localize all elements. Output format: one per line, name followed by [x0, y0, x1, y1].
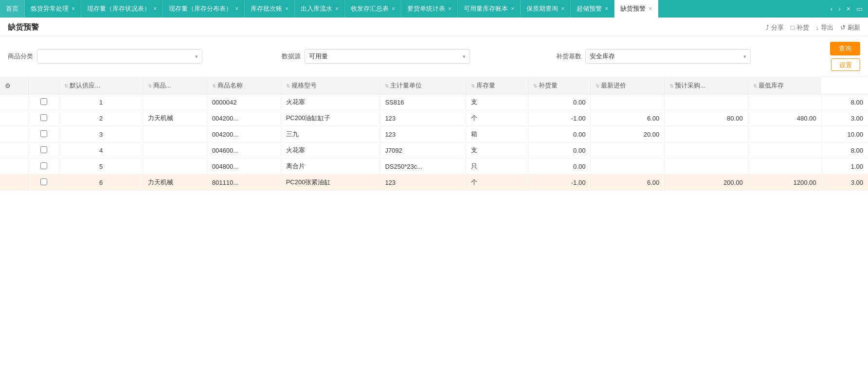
- share-button[interactable]: ⤴ 分享: [766, 23, 784, 32]
- product-category-filter: 商品分类 ▾: [8, 49, 270, 64]
- row-product_name: 离合片: [281, 158, 380, 175]
- row-unit: 个: [466, 175, 528, 191]
- tab-item-9[interactable]: 保质期查询 ×: [521, 0, 571, 18]
- col-header-min_stock[interactable]: ⇅最低库存: [748, 77, 821, 94]
- row-replenish_qty: 6.00: [591, 110, 665, 126]
- replenish-base-filter: 补货基数 安全库存 ▾: [556, 49, 818, 64]
- col-header-stock[interactable]: ⇅库存量: [466, 77, 528, 94]
- sort-icon: ⇅: [64, 83, 68, 88]
- row-number: 2: [59, 110, 143, 126]
- row-checkbox[interactable]: [40, 98, 47, 105]
- sort-icon: ⇅: [385, 83, 389, 88]
- row-estimated_purchase: 1200.00: [748, 175, 821, 191]
- row-checkbox[interactable]: [40, 162, 47, 169]
- tab-close-icon-1[interactable]: ×: [72, 5, 75, 12]
- row-estimated_purchase: 480.00: [748, 110, 821, 126]
- tab-close-icon-7[interactable]: ×: [448, 5, 452, 12]
- tab-next-button[interactable]: ›: [836, 4, 843, 14]
- tab-item-2[interactable]: 现存量（库存状况表） ×: [81, 0, 163, 18]
- product-category-select[interactable]: ▾: [37, 49, 202, 64]
- tab-item-6[interactable]: 收发存汇总表 ×: [345, 0, 401, 18]
- row-checkbox[interactable]: [40, 146, 47, 153]
- share-icon: ⤴: [766, 24, 769, 31]
- refresh-button[interactable]: ↺ 刷新: [840, 23, 860, 32]
- row-product_code: 0000042: [207, 94, 281, 110]
- col-header-estimated_purchase[interactable]: ⇅预计采购...: [665, 77, 748, 94]
- row-number: 4: [59, 142, 143, 158]
- row-stock: -1.00: [528, 175, 591, 191]
- row-estimated_purchase: [748, 94, 821, 110]
- replenish-button[interactable]: □ 补货: [791, 23, 809, 32]
- sort-icon: ⇅: [148, 83, 152, 88]
- tab-item-0[interactable]: 首页: [0, 0, 25, 18]
- col-header-product_code[interactable]: ⇅商品...: [143, 77, 207, 94]
- row-latest_price: 200.00: [665, 175, 748, 191]
- export-button[interactable]: ↓ 导出: [816, 23, 834, 32]
- row-default_supplier: 力天机械: [143, 110, 207, 126]
- row-checkbox-cell: [29, 126, 59, 142]
- row-min_stock: 3.00: [821, 175, 868, 191]
- row-min_stock: 8.00: [821, 94, 868, 110]
- col-header-latest_price[interactable]: ⇅最新进价: [591, 77, 665, 94]
- col-header-replenish_qty[interactable]: ⇅补货量: [528, 77, 591, 94]
- tab-item-8[interactable]: 可用量库存账本 ×: [458, 0, 521, 18]
- settings-button[interactable]: 设置: [831, 58, 860, 71]
- col-header-unit[interactable]: ⇅主计量单位: [380, 77, 466, 94]
- row-unit: 个: [466, 110, 528, 126]
- tab-close-icon-6[interactable]: ×: [392, 5, 395, 12]
- tab-nav-buttons: ‹ › × ▭: [825, 4, 868, 14]
- row-latest_price: [665, 142, 748, 158]
- table-row: 10000042火花塞SS816支0.008.00: [0, 94, 868, 110]
- row-stock: 0.00: [528, 94, 591, 110]
- row-min_stock: 10.00: [821, 126, 868, 142]
- tab-item-3[interactable]: 现存量（库存分布表） ×: [163, 0, 245, 18]
- tab-close-all-button[interactable]: ×: [844, 4, 853, 14]
- row-default_supplier: [143, 142, 207, 158]
- col-header-product_name[interactable]: ⇅商品名称: [207, 77, 281, 94]
- row-default_supplier: 力天机械: [143, 175, 207, 191]
- row-checkbox[interactable]: [40, 178, 47, 185]
- tab-close-icon-8[interactable]: ×: [511, 5, 514, 12]
- tab-item-7[interactable]: 要货单统计表 ×: [401, 0, 458, 18]
- row-replenish_qty: 6.00: [591, 175, 665, 191]
- tab-close-icon-9[interactable]: ×: [561, 5, 564, 12]
- col-header-spec[interactable]: ⇅规格型号: [281, 77, 380, 94]
- page-content: 缺货预警 ⤴ 分享 □ 补货 ↓ 导出 ↺ 刷新 商品分类: [0, 18, 868, 387]
- tab-close-icon-4[interactable]: ×: [285, 5, 289, 12]
- row-latest_price: [665, 158, 748, 175]
- tab-close-icon-5[interactable]: ×: [335, 5, 339, 12]
- row-number: 5: [59, 158, 143, 175]
- row-checkbox[interactable]: [40, 114, 47, 121]
- chevron-down-icon-3: ▾: [743, 53, 746, 60]
- tab-close-icon-11[interactable]: ×: [649, 5, 652, 12]
- row-replenish_qty: [591, 94, 665, 110]
- row-spec: J7092: [380, 142, 466, 158]
- row-stock: 0.00: [528, 142, 591, 158]
- row-latest_price: 80.00: [665, 110, 748, 126]
- row-checkbox[interactable]: [40, 130, 47, 137]
- tab-expand-button[interactable]: ▭: [854, 4, 865, 14]
- sort-icon: ⇅: [533, 83, 537, 88]
- row-settings-cell: [0, 110, 29, 126]
- tab-item-1[interactable]: 炼货异常处理 ×: [25, 0, 81, 18]
- replenish-base-select[interactable]: 安全库存 ▾: [585, 49, 751, 64]
- tab-item-5[interactable]: 出入库流水 ×: [295, 0, 345, 18]
- tab-close-icon-2[interactable]: ×: [153, 5, 157, 12]
- tab-item-4[interactable]: 库存批次账 ×: [245, 0, 295, 18]
- row-estimated_purchase: [748, 142, 821, 158]
- tab-prev-button[interactable]: ‹: [828, 4, 835, 14]
- data-source-select[interactable]: 可用量 ▾: [305, 49, 470, 64]
- row-product_name: PC200油缸缸子: [281, 110, 380, 126]
- tab-item-10[interactable]: 超储预警 ×: [571, 0, 615, 18]
- sort-icon: ⇅: [596, 83, 599, 88]
- query-button[interactable]: 查询: [830, 42, 860, 55]
- row-settings-cell: [0, 94, 29, 110]
- export-icon: ↓: [816, 24, 819, 31]
- row-default_supplier: [143, 158, 207, 175]
- tab-item-11[interactable]: 缺货预警 ×: [615, 0, 658, 18]
- tab-close-icon-3[interactable]: ×: [235, 5, 238, 12]
- tab-close-icon-10[interactable]: ×: [605, 5, 608, 12]
- chevron-down-icon-2: ▾: [463, 53, 466, 60]
- col-header-default_supplier[interactable]: ⇅默认供应...: [59, 77, 143, 94]
- row-default_supplier: [143, 126, 207, 142]
